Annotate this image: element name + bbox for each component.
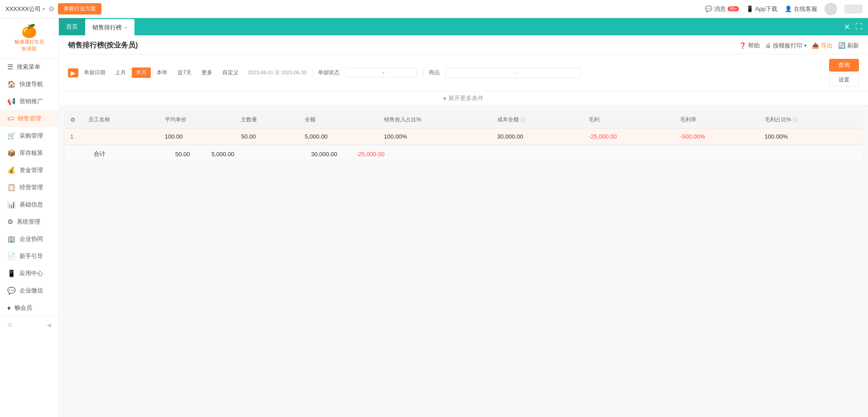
settings-button[interactable]: 设置 <box>829 73 859 86</box>
status-label: 单据状态 <box>318 69 340 77</box>
tab-bar: 首页 销售排行榜 × ✕ ⛶ <box>59 18 868 35</box>
col-header-qty: 主数量 <box>235 111 299 129</box>
expand-chevron-icon: ▾ <box>443 95 446 102</box>
print-chevron: ▾ <box>804 43 806 48</box>
print-icon: 🖨 <box>765 42 771 49</box>
date-btn-more[interactable]: 更多 <box>197 67 216 78</box>
query-button[interactable]: 查询 <box>829 59 859 72</box>
date-btn-current-month[interactable]: 本月 <box>132 67 151 78</box>
cell-gross-rate: -500.00% <box>675 129 759 145</box>
sidebar-item-label: 应用中心 <box>19 269 43 278</box>
message-btn[interactable]: 💬 消息 99+ <box>705 5 739 13</box>
sidebar-item-purchase[interactable]: 🛒 采购管理 <box>0 127 58 144</box>
settings-icon[interactable]: ⚙ <box>48 5 54 13</box>
filter-separator-1 <box>312 68 312 77</box>
gross-pct-info-icon[interactable]: ⓘ <box>793 117 798 122</box>
refresh-label: 刷新 <box>847 42 859 50</box>
marketing-icon: 📢 <box>7 97 16 105</box>
col-header-gross: 毛利 <box>583 111 675 129</box>
status-select[interactable]: ▾ <box>345 68 417 77</box>
export-icon: 📤 <box>812 42 819 49</box>
home-icon: 🏠 <box>7 80 16 88</box>
sidebar-item-vip[interactable]: ♦ 畅会员 <box>0 299 58 316</box>
col-header-name: 员工名称 <box>83 111 159 129</box>
sidebar-item-label: 经营管理 <box>19 183 43 192</box>
goods-input[interactable]: ··· <box>445 67 581 78</box>
sidebar-item-marketing[interactable]: 📢 营销推广 <box>0 93 58 110</box>
tab-close-icon[interactable]: × <box>125 25 127 30</box>
date-btn-7days[interactable]: 近7天 <box>173 67 196 78</box>
app-label: App下载 <box>755 5 777 13</box>
sidebar-item-ops[interactable]: 📋 经营管理 <box>0 179 58 196</box>
trial-button[interactable]: 体验行业方案 <box>58 3 101 14</box>
cell-amount: 5,000.00 <box>299 129 379 145</box>
sidebar-item-collab[interactable]: 🏢 企业协同 <box>0 230 58 248</box>
table-settings-icon[interactable]: ⚙ <box>70 116 76 123</box>
date-btn-year[interactable]: 本年 <box>153 67 172 78</box>
col-header-amount: 全额 <box>299 111 379 129</box>
search-menu-icon: ☰ <box>7 63 13 71</box>
inventory-icon: 📦 <box>7 149 16 157</box>
sidebar-gear-icon[interactable]: ⚙ <box>7 321 13 328</box>
sidebar-item-search[interactable]: ☰ 搜索菜单 <box>0 58 58 76</box>
date-btn-prev-month[interactable]: 上月 <box>111 67 130 78</box>
filter-collapse-icon[interactable]: ▶ <box>68 68 78 77</box>
ops-icon: 📋 <box>7 183 16 192</box>
app-download-btn[interactable]: 📱 App下载 <box>746 5 777 13</box>
company-selector[interactable]: XXXXXX公司 ▾ <box>5 5 45 13</box>
collab-icon: 🏢 <box>7 235 16 243</box>
sidebar-item-guide[interactable]: 📄 新手引导 <box>0 248 58 265</box>
sidebar-footer: ⚙ ◀ <box>0 316 58 333</box>
message-label: 消息 <box>714 5 726 13</box>
help-label: 帮助 <box>748 42 760 50</box>
sidebar-collapse-icon[interactable]: ◀ <box>47 321 51 328</box>
vip-icon: ♦ <box>7 304 11 312</box>
table-container: ⚙ 员工名称 平均单价 主数量 全额 销售收入占比% 成本全额 ⓘ 毛利 毛利率 <box>64 111 863 163</box>
sidebar-item-label: 企业协同 <box>19 235 43 243</box>
print-button[interactable]: 🖨 按模板打印 ▾ <box>765 42 806 50</box>
col-header-gross-pct: 毛利占比% ⓘ <box>759 111 862 129</box>
cost-info-icon[interactable]: ⓘ <box>520 117 525 122</box>
sidebar-item-sales[interactable]: 🏷 销售管理 <box>0 110 58 127</box>
col-header-sales-pct: 销售收入占比% <box>379 111 492 129</box>
help-button[interactable]: ❓ 帮助 <box>739 42 760 50</box>
sidebar-item-label: 快捷导航 <box>19 80 43 88</box>
content-area: 首页 销售排行榜 × ✕ ⛶ 销售排行榜(按业务员) ❓ 帮助 <box>59 18 868 417</box>
print-label: 按模板打印 <box>773 42 802 50</box>
sidebar-item-apps[interactable]: 📱 应用中心 <box>0 265 58 282</box>
sidebar-item-weixin[interactable]: 💬 企业微信 <box>0 282 58 299</box>
sidebar-item-finance[interactable]: 💰 资金管理 <box>0 162 58 179</box>
message-badge: 99+ <box>728 6 739 11</box>
sidebar-item-label: 基础信息 <box>19 201 43 209</box>
sidebar-item-label: 营销推广 <box>19 97 43 105</box>
online-service-btn[interactable]: 👤 在线客服 <box>785 5 817 13</box>
sidebar-item-label: 系统管理 <box>17 218 40 226</box>
goods-label: 商品 <box>429 69 440 77</box>
tab-sales-ranking[interactable]: 销售排行榜 × <box>85 19 134 36</box>
date-btn-custom[interactable]: 自定义 <box>218 67 243 78</box>
date-range-display: 2023-06-01 至 2023-06-30 <box>248 69 307 76</box>
expand-conditions-button[interactable]: ▾ 展开更多条件 <box>443 94 484 102</box>
col-header-settings[interactable]: ⚙ <box>65 111 83 129</box>
service-icon: 👤 <box>785 5 792 12</box>
footer-gross: -25,000.00 <box>351 151 396 158</box>
sidebar-item-basic[interactable]: 📊 基础信息 <box>0 196 58 213</box>
sidebar-item-system[interactable]: ⚙ 系统管理 <box>0 213 58 230</box>
tab-home[interactable]: 首页 <box>59 18 85 35</box>
data-table: ⚙ 员工名称 平均单价 主数量 全额 销售收入占比% 成本全额 ⓘ 毛利 毛利率 <box>65 111 862 145</box>
col-header-avg-price: 平均单价 <box>159 111 236 129</box>
sidebar-item-inventory[interactable]: 📦 库存核算 <box>0 144 58 162</box>
avatar[interactable] <box>825 3 837 15</box>
table-row[interactable]: 1 100.00 50.00 5,000.00 100.00% 30,000.0… <box>65 129 862 145</box>
tab-close-action[interactable]: ✕ <box>844 23 850 31</box>
cell-name <box>83 129 159 145</box>
expand-label: 展开更多条件 <box>448 94 484 102</box>
service-label: 在线客服 <box>794 5 817 13</box>
export-button[interactable]: 📤 导出 <box>812 42 833 50</box>
refresh-button[interactable]: 🔄 刷新 <box>838 42 859 50</box>
sidebar-item-quicknav[interactable]: 🏠 快捷导航 <box>0 76 58 93</box>
page-header: 销售排行榜(按业务员) ❓ 帮助 🖨 按模板打印 ▾ 📤 导出 <box>59 35 868 54</box>
tab-maximize-action[interactable]: ⛶ <box>855 23 863 31</box>
filter-bar: ▶ 单据日期 上月 本月 本年 近7天 更多 自定义 2023-06-01 至 … <box>59 54 868 91</box>
system-icon: ⚙ <box>7 218 13 226</box>
